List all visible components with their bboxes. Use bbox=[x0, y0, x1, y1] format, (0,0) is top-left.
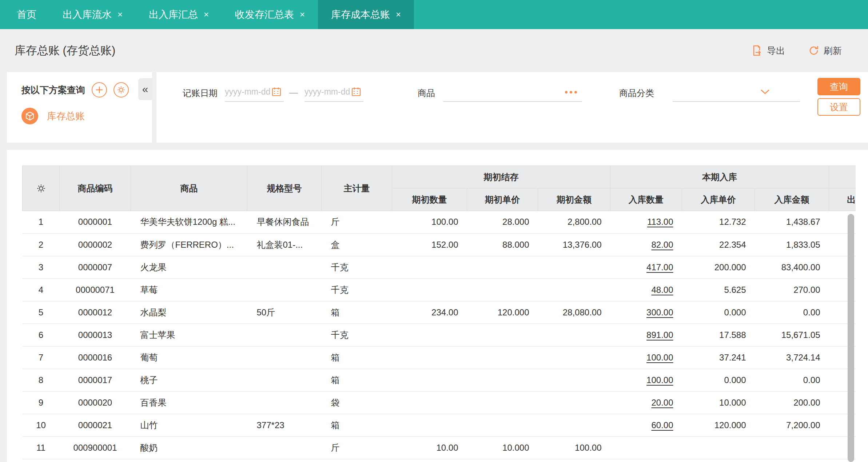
in-qty-link[interactable]: 20.00 bbox=[651, 398, 673, 407]
header-begin-qty[interactable]: 期初数量 bbox=[392, 188, 467, 211]
cell-in_amount: 15,671.05 bbox=[755, 324, 829, 346]
settings-button[interactable]: 设置 bbox=[817, 98, 860, 116]
cell-spec bbox=[247, 437, 322, 459]
table-row: 11000900001酸奶斤10.0010.000100.00 bbox=[23, 437, 856, 459]
tab-3[interactable]: 收发存汇总表× bbox=[222, 0, 318, 29]
cell-code: 00000071 bbox=[60, 279, 131, 301]
product-input[interactable] bbox=[443, 82, 582, 102]
tab-close-icon[interactable]: × bbox=[396, 10, 401, 19]
cell-num: 1 bbox=[23, 211, 60, 234]
cell-name: 葡萄 bbox=[131, 346, 247, 369]
table-row: 50000012水晶梨50斤箱234.00120.00028,080.00300… bbox=[23, 301, 856, 324]
cell-spec bbox=[247, 324, 322, 346]
cell-in_qty: 60.00 bbox=[610, 414, 682, 437]
header-begin-amount[interactable]: 期初金额 bbox=[538, 188, 610, 211]
scheme-header: 按以下方案查询 bbox=[21, 82, 129, 97]
tab-close-icon[interactable]: × bbox=[204, 10, 209, 19]
in-qty-link[interactable]: 82.00 bbox=[651, 240, 673, 250]
cell-code: 000900001 bbox=[60, 437, 131, 459]
header-name[interactable]: 商品 bbox=[131, 166, 247, 211]
header-in-price[interactable]: 入库单价 bbox=[682, 188, 755, 211]
cell-spec bbox=[247, 391, 322, 414]
cell-in_qty: 48.00 bbox=[610, 279, 682, 301]
in-qty-link[interactable]: 891.00 bbox=[646, 330, 673, 340]
tab-1[interactable]: 出入库流水× bbox=[49, 0, 136, 29]
cell-name: 草莓 bbox=[131, 279, 247, 301]
table-viewport: 商品编码 商品 规格型号 主计量 期初结存 本期入库 期初数量 期初单价 期初金… bbox=[22, 166, 856, 462]
table-row: 20000002费列罗（FERRERO）...礼盒装01-...盒152.008… bbox=[23, 234, 856, 256]
in-qty-link[interactable]: 100.00 bbox=[646, 353, 673, 362]
header-unit[interactable]: 主计量 bbox=[322, 166, 392, 211]
column-settings-header[interactable] bbox=[23, 166, 60, 211]
table-row: 400000071草莓千克48.005.625270.00 bbox=[23, 279, 856, 301]
filter-section: 按以下方案查询 « 库存总账 记账日期 bbox=[0, 72, 868, 143]
cell-begin_amount: 100.00 bbox=[538, 437, 610, 459]
cell-code: 0000007 bbox=[60, 256, 131, 279]
in-qty-link[interactable]: 300.00 bbox=[646, 307, 673, 317]
cell-begin_amount: 13,376.00 bbox=[538, 234, 610, 256]
query-button[interactable]: 查询 bbox=[817, 78, 860, 95]
tab-close-icon[interactable]: × bbox=[300, 10, 305, 19]
in-qty-link[interactable]: 113.00 bbox=[647, 217, 673, 227]
cell-num: 2 bbox=[23, 234, 60, 256]
cell-in_price: 37.241 bbox=[682, 346, 755, 369]
cell-in_qty: 417.00 bbox=[610, 256, 682, 279]
cell-begin_qty bbox=[392, 324, 467, 346]
date-to-input[interactable]: yyyy-mm-dd bbox=[304, 82, 363, 102]
table-row: 70000016葡萄箱100.0037.2413,724.14 bbox=[23, 346, 856, 369]
cell-begin_qty bbox=[392, 414, 467, 437]
tab-0[interactable]: 首页 bbox=[4, 0, 49, 29]
cell-begin_qty: 100.00 bbox=[392, 211, 467, 234]
scheme-item-inventory-ledger[interactable]: 库存总账 bbox=[21, 108, 85, 124]
tab-2[interactable]: 出入库汇总× bbox=[136, 0, 222, 29]
table-card: 商品编码 商品 规格型号 主计量 期初结存 本期入库 期初数量 期初单价 期初金… bbox=[7, 150, 868, 462]
cell-name: 水晶梨 bbox=[131, 301, 247, 324]
tab-close-icon[interactable]: × bbox=[118, 10, 123, 19]
cell-name: 百香果 bbox=[131, 391, 247, 414]
export-button[interactable]: 导出 bbox=[752, 45, 785, 57]
cell-in_price: 0.000 bbox=[682, 301, 755, 324]
vertical-scrollbar[interactable] bbox=[848, 214, 854, 462]
cell-begin_amount: 2,800.00 bbox=[538, 211, 610, 234]
header-out-qty[interactable]: 出库数量 bbox=[829, 188, 856, 211]
cell-num: 10 bbox=[23, 414, 60, 437]
header-in-qty[interactable]: 入库数量 bbox=[610, 188, 682, 211]
cell-in_qty: 100.00 bbox=[610, 346, 682, 369]
refresh-button[interactable]: 刷新 bbox=[808, 45, 842, 57]
cell-begin_qty: 10.00 bbox=[392, 437, 467, 459]
in-qty-link[interactable]: 60.00 bbox=[651, 420, 673, 430]
in-qty-link[interactable]: 417.00 bbox=[646, 262, 673, 272]
in-qty-link[interactable]: 100.00 bbox=[646, 375, 673, 385]
cell-in_price: 22.354 bbox=[682, 234, 755, 256]
cell-code: 0000017 bbox=[60, 369, 131, 391]
cell-unit: 千克 bbox=[322, 279, 392, 301]
ellipsis-icon[interactable] bbox=[565, 91, 577, 93]
cell-code: 0000016 bbox=[60, 346, 131, 369]
in-qty-link[interactable]: 48.00 bbox=[651, 285, 673, 295]
cell-code: 0000013 bbox=[60, 324, 131, 346]
tab-4[interactable]: 库存成本总账× bbox=[318, 0, 414, 29]
collapse-panel-button[interactable]: « bbox=[138, 78, 152, 100]
cell-begin_qty bbox=[392, 391, 467, 414]
table-header: 商品编码 商品 规格型号 主计量 期初结存 本期入库 期初数量 期初单价 期初金… bbox=[23, 166, 856, 211]
date-from-placeholder: yyyy-mm-dd bbox=[225, 87, 270, 97]
cell-unit: 袋 bbox=[322, 391, 392, 414]
chevron-down-icon[interactable] bbox=[759, 88, 771, 97]
header-begin-price[interactable]: 期初单价 bbox=[467, 188, 538, 211]
cell-unit: 斤 bbox=[322, 211, 392, 234]
header-in-amount[interactable]: 入库金额 bbox=[755, 188, 829, 211]
scheme-settings-button[interactable] bbox=[114, 82, 129, 97]
add-scheme-button[interactable] bbox=[92, 82, 107, 97]
date-from-input[interactable]: yyyy-mm-dd bbox=[225, 82, 284, 102]
cell-in_qty: 891.00 bbox=[610, 324, 682, 346]
cell-begin_amount bbox=[538, 324, 610, 346]
cell-begin_price bbox=[467, 256, 538, 279]
inventory-table: 商品编码 商品 规格型号 主计量 期初结存 本期入库 期初数量 期初单价 期初金… bbox=[22, 166, 856, 459]
header-code[interactable]: 商品编码 bbox=[60, 166, 131, 211]
header-spec[interactable]: 规格型号 bbox=[247, 166, 322, 211]
cell-unit: 斤 bbox=[322, 437, 392, 459]
category-select[interactable] bbox=[673, 82, 800, 102]
tab-label: 库存成本总账 bbox=[331, 8, 390, 21]
cell-in_qty: 113.00 bbox=[610, 211, 682, 234]
cell-begin_amount bbox=[538, 391, 610, 414]
